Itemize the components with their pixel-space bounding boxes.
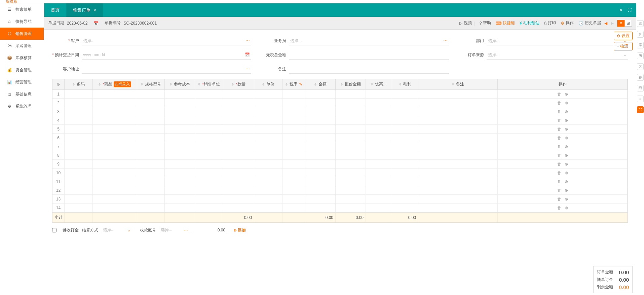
cell[interactable]: [65, 160, 93, 168]
cell[interactable]: [195, 160, 223, 168]
cell[interactable]: [165, 99, 195, 107]
cell[interactable]: [93, 177, 137, 186]
ellipsis-icon[interactable]: ···: [245, 67, 250, 71]
rail-icon-6[interactable]: 附: [637, 85, 644, 91]
cell[interactable]: [282, 195, 305, 203]
cell[interactable]: [195, 99, 223, 107]
cell[interactable]: [418, 134, 498, 142]
cell[interactable]: [223, 116, 254, 124]
cell[interactable]: [165, 142, 195, 151]
cell[interactable]: [195, 142, 223, 151]
cell[interactable]: [282, 99, 305, 107]
cell[interactable]: [282, 90, 305, 98]
table-row[interactable]: 4🗑⊕: [52, 116, 628, 125]
print-button[interactable]: ⎙打印: [544, 20, 556, 26]
scan-badge[interactable]: 扫码录入: [114, 81, 131, 87]
cell[interactable]: [223, 204, 254, 212]
cell[interactable]: [195, 186, 223, 194]
chevron-down-icon[interactable]: ⌄: [127, 228, 130, 232]
cell[interactable]: [418, 160, 498, 168]
cell[interactable]: [305, 142, 336, 151]
rail-icon-1[interactable]: 价: [637, 31, 644, 38]
cell[interactable]: [223, 134, 254, 142]
sort-icon[interactable]: [170, 82, 173, 86]
chevron-down-icon[interactable]: ⌄: [623, 38, 627, 43]
cell[interactable]: [254, 195, 282, 203]
cell[interactable]: [254, 142, 282, 151]
cell[interactable]: [195, 195, 223, 203]
ellipsis-icon[interactable]: ···: [184, 228, 188, 232]
cell[interactable]: [392, 142, 418, 151]
cell[interactable]: [282, 151, 305, 159]
delete-icon[interactable]: 🗑: [557, 206, 561, 210]
cell[interactable]: [418, 107, 498, 116]
shortcut-button[interactable]: ⌨快捷键: [496, 20, 515, 26]
cell[interactable]: [366, 142, 392, 151]
delete-icon[interactable]: 🗑: [557, 197, 561, 201]
view-card-icon[interactable]: ⊞: [624, 20, 632, 27]
cell[interactable]: [65, 90, 93, 98]
cell[interactable]: [165, 195, 195, 203]
cell[interactable]: [418, 186, 498, 194]
cell[interactable]: [305, 151, 336, 159]
cell[interactable]: [392, 160, 418, 168]
cell[interactable]: [65, 107, 93, 116]
delete-icon[interactable]: 🗑: [557, 127, 561, 132]
cell[interactable]: [165, 107, 195, 116]
copy-icon[interactable]: ⊕: [565, 188, 568, 193]
delete-icon[interactable]: 🗑: [557, 136, 561, 140]
cell[interactable]: [93, 107, 137, 116]
delete-icon[interactable]: 🗑: [557, 188, 561, 193]
sort-icon[interactable]: [399, 82, 402, 86]
cell[interactable]: [282, 204, 305, 212]
delete-icon[interactable]: 🗑: [557, 118, 561, 123]
copy-icon[interactable]: ⊕: [565, 118, 568, 123]
cell[interactable]: [254, 125, 282, 133]
col-header-4[interactable]: 参考成本: [165, 79, 195, 89]
delete-icon[interactable]: 🗑: [557, 162, 561, 167]
cell[interactable]: [165, 134, 195, 142]
cell[interactable]: [137, 99, 165, 107]
copy-icon[interactable]: ⊕: [565, 136, 568, 140]
cell[interactable]: [165, 160, 195, 168]
dept-select[interactable]: ⌄: [487, 36, 628, 45]
calendar-icon[interactable]: 📅: [93, 21, 99, 26]
cell[interactable]: [254, 107, 282, 116]
cell[interactable]: [165, 204, 195, 212]
cell[interactable]: [392, 151, 418, 159]
cell[interactable]: [195, 151, 223, 159]
cell[interactable]: [165, 177, 195, 186]
sort-icon[interactable]: [314, 82, 317, 86]
delete-icon[interactable]: 🗑: [557, 179, 561, 184]
col-header-7[interactable]: 单价: [254, 79, 282, 89]
cell[interactable]: [282, 142, 305, 151]
cell[interactable]: [366, 116, 392, 124]
cell[interactable]: [195, 125, 223, 133]
cell[interactable]: [195, 116, 223, 124]
prev-doc-icon[interactable]: ◀: [604, 21, 607, 26]
col-header-8[interactable]: 税率✎: [282, 79, 305, 89]
cell[interactable]: [223, 151, 254, 159]
cell[interactable]: [93, 160, 137, 168]
operate-button[interactable]: ⚙操作: [561, 20, 574, 26]
cell[interactable]: [137, 204, 165, 212]
cell[interactable]: [392, 99, 418, 107]
cell[interactable]: [254, 204, 282, 212]
ellipsis-icon[interactable]: ···: [245, 38, 250, 43]
cell[interactable]: [418, 99, 498, 107]
sort-icon[interactable]: [141, 82, 144, 86]
cell[interactable]: [336, 151, 366, 159]
cell[interactable]: [366, 169, 392, 177]
cell[interactable]: [336, 125, 366, 133]
table-row[interactable]: 12🗑⊕: [52, 186, 628, 195]
copy-icon[interactable]: ⊕: [565, 197, 568, 201]
col-header-5[interactable]: *销售单位: [195, 79, 223, 89]
cell[interactable]: [305, 116, 336, 124]
cell[interactable]: [65, 177, 93, 186]
sidebar-item-funds[interactable]: 💰资金管理: [0, 64, 44, 76]
help-button[interactable]: ?帮助: [480, 20, 491, 26]
col-header-12[interactable]: 毛利: [392, 79, 418, 89]
cell[interactable]: [366, 107, 392, 116]
cell[interactable]: [418, 151, 498, 159]
cell[interactable]: [137, 134, 165, 142]
